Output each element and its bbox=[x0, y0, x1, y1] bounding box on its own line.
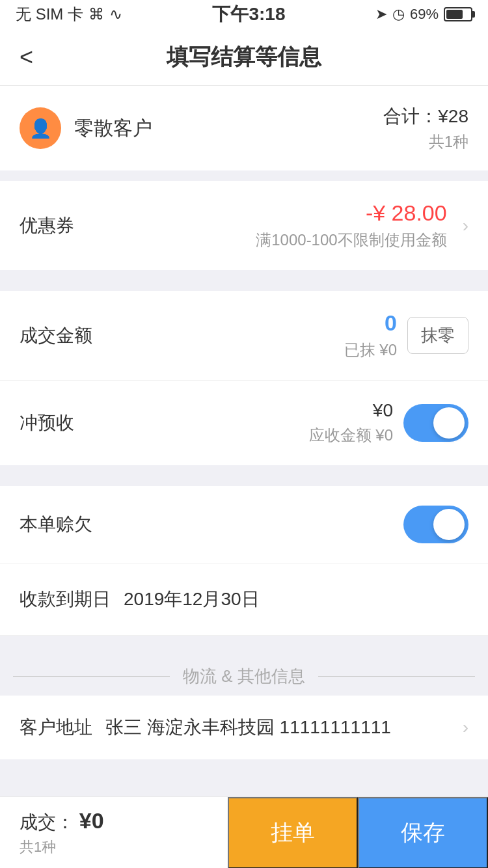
logistics-header: 物流 & 其他信息 bbox=[0, 657, 488, 696]
bottom-transaction-amount: ¥0 bbox=[79, 808, 104, 833]
round-button[interactable]: 抹零 bbox=[407, 317, 468, 354]
debt-toggle[interactable] bbox=[403, 506, 468, 543]
bottom-transaction-label: 成交： bbox=[20, 812, 74, 832]
address-value: 张三 海淀永丰科技园 11111111111 bbox=[105, 715, 457, 740]
transaction-row: 成交金额 0 已抹 ¥0 抹零 bbox=[0, 291, 488, 381]
debt-section: 本单赊欠 收款到期日 2019年12月30日 bbox=[0, 486, 488, 636]
bottom-summary: 成交： ¥0 共1种 bbox=[0, 797, 228, 868]
total-amount: 合计：¥28 bbox=[383, 104, 468, 129]
transaction-sub: 已抹 ¥0 bbox=[344, 340, 397, 360]
debt-label: 本单赊欠 bbox=[20, 512, 92, 537]
total-count: 共1种 bbox=[383, 131, 468, 152]
back-button[interactable]: < bbox=[20, 37, 40, 77]
logistics-label: 物流 & 其他信息 bbox=[183, 665, 305, 688]
carrier-text: 无 SIM 卡 bbox=[16, 4, 83, 25]
toggle-knob bbox=[433, 407, 465, 439]
save-button[interactable]: 保存 bbox=[358, 797, 488, 868]
prepayment-sub: 应收金额 ¥0 bbox=[309, 425, 393, 446]
address-row[interactable]: 客户地址 张三 海淀永丰科技园 11111111111 › bbox=[0, 696, 488, 759]
due-date-row: 收款到期日 2019年12月30日 bbox=[0, 563, 488, 636]
status-right: ➤ ◷ 69% bbox=[375, 6, 472, 23]
battery-icon bbox=[444, 7, 472, 21]
status-time: 下午3:18 bbox=[212, 2, 285, 27]
coupon-row[interactable]: 优惠券 -¥ 28.00 满1000-100不限制使用金额 › bbox=[0, 181, 488, 270]
debt-toggle-knob bbox=[433, 509, 465, 540]
section-divider-3 bbox=[0, 646, 488, 657]
transaction-value[interactable]: 0 bbox=[344, 310, 397, 336]
prepayment-value: ¥0 bbox=[309, 400, 393, 421]
section-divider-2 bbox=[0, 476, 488, 486]
address-section: 客户地址 张三 海淀永丰科技园 11111111111 › bbox=[0, 696, 488, 759]
section-divider-1 bbox=[0, 280, 488, 291]
main-content: 👤 零散客户 合计：¥28 共1种 优惠券 -¥ 28.00 满1000-100… bbox=[0, 86, 488, 848]
avatar-icon: 👤 bbox=[29, 118, 52, 139]
prepayment-label: 冲预收 bbox=[20, 411, 74, 435]
alarm-icon: ◷ bbox=[392, 6, 405, 23]
status-bar: 无 SIM 卡 ⌘ ∿ 下午3:18 ➤ ◷ 69% bbox=[0, 0, 488, 29]
coupon-amount: -¥ 28.00 bbox=[256, 200, 446, 226]
address-chevron-icon: › bbox=[463, 717, 468, 738]
bottom-bar: 成交： ¥0 共1种 挂单 保存 bbox=[0, 796, 488, 868]
customer-name: 零散客户 bbox=[74, 115, 152, 142]
wifi-signal: ∿ bbox=[109, 5, 122, 23]
due-date-value: 2019年12月30日 bbox=[124, 587, 260, 612]
transaction-label: 成交金额 bbox=[20, 323, 92, 348]
nav-bar: < 填写结算等信息 bbox=[0, 29, 488, 86]
prepayment-row: 冲预收 ¥0 应收金额 ¥0 bbox=[0, 381, 488, 465]
customer-row: 👤 零散客户 合计：¥28 共1种 bbox=[0, 86, 488, 170]
wifi-icon: ⌘ bbox=[88, 5, 104, 23]
bottom-count: 共1种 bbox=[20, 837, 208, 857]
address-label: 客户地址 bbox=[20, 715, 92, 740]
prepayment-toggle[interactable] bbox=[403, 404, 468, 442]
hold-button[interactable]: 挂单 bbox=[228, 797, 358, 868]
coupon-section: 优惠券 -¥ 28.00 满1000-100不限制使用金额 › bbox=[0, 181, 488, 270]
location-icon: ➤ bbox=[375, 6, 387, 23]
page-title: 填写结算等信息 bbox=[167, 42, 321, 72]
avatar: 👤 bbox=[20, 107, 61, 149]
status-left: 无 SIM 卡 ⌘ ∿ bbox=[16, 4, 122, 25]
coupon-label: 优惠券 bbox=[20, 213, 74, 238]
transaction-section: 成交金额 0 已抹 ¥0 抹零 冲预收 ¥0 应收金额 ¥0 bbox=[0, 291, 488, 465]
chevron-right-icon: › bbox=[463, 215, 468, 236]
debt-row: 本单赊欠 bbox=[0, 486, 488, 563]
due-date-label: 收款到期日 bbox=[20, 587, 111, 612]
coupon-sub: 满1000-100不限制使用金额 bbox=[256, 230, 446, 251]
battery-percent: 69% bbox=[410, 6, 439, 23]
